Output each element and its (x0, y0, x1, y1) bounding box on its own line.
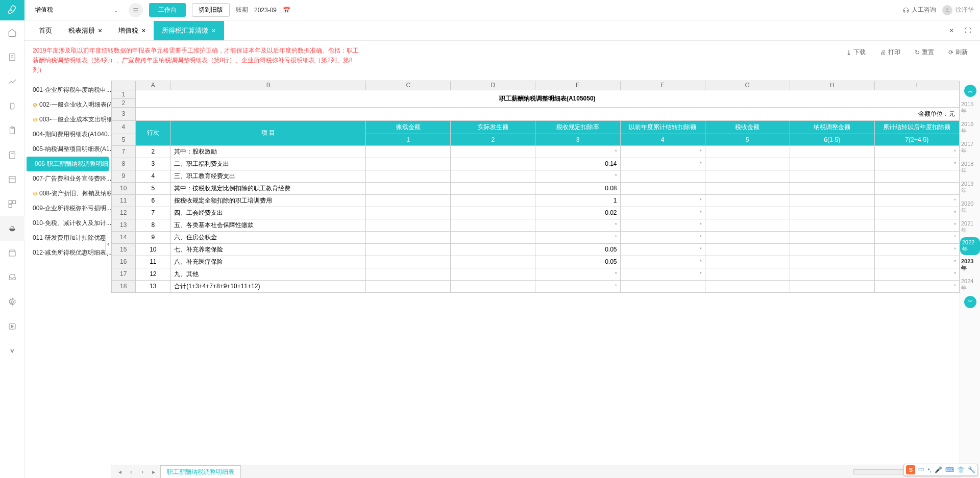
cell[interactable]: * (620, 158, 705, 170)
cell-rownum[interactable]: 4 (135, 170, 171, 182)
col-header[interactable]: E (535, 81, 620, 90)
nav-vip[interactable]: V (0, 339, 24, 363)
cell[interactable] (705, 194, 790, 207)
col-header[interactable]: C (366, 81, 451, 90)
cell-item[interactable]: 四、工会经费支出 (171, 207, 366, 219)
row-header[interactable]: 16 (112, 256, 136, 268)
year-item[interactable]: 2024年 (960, 275, 980, 295)
cell[interactable] (705, 256, 790, 268)
cell-item[interactable]: 三、职工教育经费支出 (171, 170, 366, 182)
col-header[interactable]: D (451, 81, 535, 90)
download-button[interactable]: ⤓ 下载 (842, 46, 870, 59)
cell[interactable]: * (620, 268, 705, 280)
nav-video[interactable] (0, 314, 24, 339)
ime-mic-icon[interactable]: 🎤 (935, 466, 942, 473)
cell-rownum[interactable]: 6 (135, 194, 171, 207)
switch-old-button[interactable]: 切到旧版 (192, 3, 230, 17)
row-header[interactable]: 17 (112, 268, 136, 280)
cell[interactable]: * (620, 243, 705, 256)
cell[interactable] (790, 243, 874, 256)
cell-item[interactable]: 六、住房公积金 (171, 231, 366, 243)
cell[interactable] (790, 145, 874, 158)
tree-item[interactable]: 004-期间费用明细表(A1040... (24, 127, 111, 142)
tree-item[interactable]: 011-研发费用加计扣除优惠... (24, 231, 111, 245)
row-header[interactable]: 18 (112, 280, 136, 292)
cell[interactable] (366, 145, 451, 158)
cell[interactable] (451, 268, 535, 280)
nav-chart[interactable] (0, 69, 24, 94)
row-header[interactable]: 1 (112, 90, 136, 98)
row-header[interactable]: 11 (112, 194, 136, 207)
support-link[interactable]: 人工咨询 (902, 6, 936, 14)
cell-item[interactable]: 二、职工福利费支出 (171, 158, 366, 170)
cell[interactable] (620, 280, 705, 292)
cell[interactable] (705, 170, 790, 182)
cell[interactable] (790, 280, 874, 292)
cell[interactable] (705, 145, 790, 158)
cell[interactable]: * (874, 268, 959, 280)
refresh-button[interactable]: ⟳ 刷新 (944, 46, 972, 59)
cell[interactable] (451, 182, 535, 194)
cell[interactable] (705, 182, 790, 194)
cell[interactable] (366, 207, 451, 219)
tree-item[interactable]: 001-企业所得税年度纳税申... (24, 83, 111, 97)
tree-collapse-handle[interactable]: ‹ (105, 234, 111, 254)
cell[interactable]: * (620, 256, 705, 268)
cell[interactable] (790, 219, 874, 231)
tab[interactable]: 所得税汇算清缴× (154, 21, 224, 40)
cell[interactable]: 0.05 (535, 243, 620, 256)
cell[interactable] (620, 182, 705, 194)
tree-item[interactable]: ⊘002-一般企业收入明细表(A... (24, 97, 111, 112)
th-c2[interactable]: 实际发生额 (451, 120, 535, 134)
cell[interactable] (366, 158, 451, 170)
th-c4[interactable]: 以前年度累计结转扣除额 (620, 120, 705, 134)
tree-item[interactable]: ⊘003-一般企业成本支出明细... (24, 112, 111, 127)
cell[interactable] (705, 243, 790, 256)
col-header[interactable]: A (135, 81, 171, 90)
ime-tool-icon[interactable]: 🔧 (968, 466, 975, 473)
cell[interactable] (705, 231, 790, 243)
ime-skin-icon[interactable]: 👕 (957, 466, 965, 473)
cell[interactable]: 0.08 (535, 182, 620, 194)
cell[interactable] (366, 219, 451, 231)
cell[interactable]: 0.05 (535, 256, 620, 268)
cell-rownum[interactable]: 9 (135, 231, 171, 243)
sheet-nav-next[interactable]: › (138, 467, 147, 476)
cell[interactable] (790, 256, 874, 268)
cell[interactable] (366, 280, 451, 292)
reset-button[interactable]: ↻ 重置 (911, 46, 938, 59)
row-header[interactable]: 13 (112, 219, 136, 231)
row-header[interactable]: 12 (112, 207, 136, 219)
year-item[interactable]: 2019年 (960, 178, 980, 197)
sheet-tab[interactable]: 职工薪酬纳税调整明细表 (160, 465, 241, 479)
col-header[interactable]: F (620, 81, 705, 90)
ime-toolbar[interactable]: S 中 •, 🎤 ⌨ 👕 🔧 (903, 464, 978, 476)
user-menu[interactable]: 徐泽华 (942, 5, 974, 15)
cell[interactable] (366, 243, 451, 256)
nav-tax[interactable] (0, 216, 24, 241)
cell[interactable] (705, 207, 790, 219)
cell[interactable]: * (620, 145, 705, 158)
row-header[interactable]: 8 (112, 158, 136, 170)
row-header[interactable]: 9 (112, 170, 136, 182)
cell[interactable] (366, 256, 451, 268)
tab[interactable]: 增值税× (110, 21, 154, 40)
cell-rownum[interactable]: 10 (135, 243, 171, 256)
cell[interactable]: 0.02 (535, 207, 620, 219)
cell[interactable]: * (535, 170, 620, 182)
cell[interactable]: 1 (535, 194, 620, 207)
cell[interactable] (705, 280, 790, 292)
cell[interactable] (451, 170, 535, 182)
cell[interactable] (451, 158, 535, 170)
th-rownum[interactable]: 行次 (135, 120, 171, 145)
year-down-button[interactable]: ︾ (964, 296, 976, 308)
col-header[interactable]: H (790, 81, 874, 90)
tree-item[interactable]: 010-免税、减计收入及加计... (24, 216, 111, 231)
cell[interactable]: * (535, 219, 620, 231)
cell[interactable] (790, 170, 874, 182)
row-header[interactable]: 3 (112, 107, 136, 120)
row-header[interactable]: 14 (112, 231, 136, 243)
cell[interactable] (620, 170, 705, 182)
cell-item[interactable]: 九、其他 (171, 268, 366, 280)
cell[interactable] (451, 194, 535, 207)
